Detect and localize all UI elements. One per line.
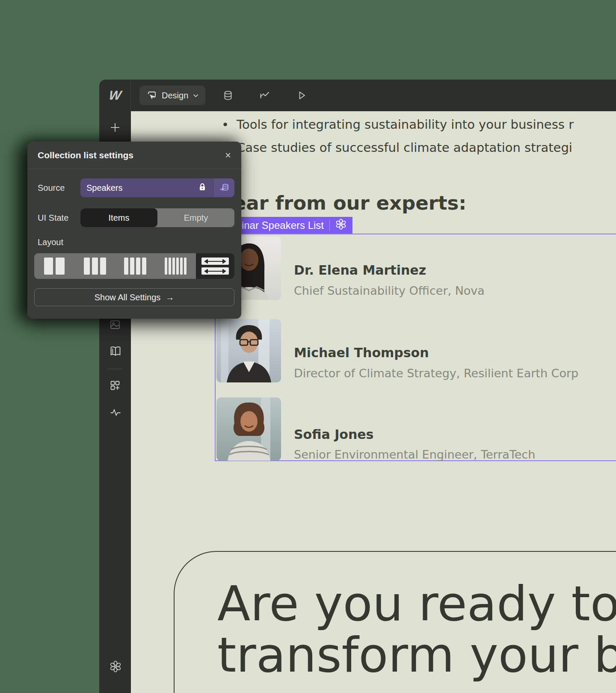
speaker-role: Chief Sustainability Officer, Nova [294,284,485,297]
source-value: Speakers [86,183,193,193]
cms-database-icon[interactable] [222,90,234,101]
cta-heading: Are you ready to transform your b [217,578,616,681]
speaker-role: Director of Climate Strategy, Resilient … [294,367,578,380]
layout-option-4-columns[interactable] [115,253,156,279]
collection-list-settings-panel: Collection list settings × Source Speake… [27,142,241,319]
bullet-text: Case studies of successful climate adapt… [237,140,572,155]
arrow-right-icon: → [166,293,174,302]
panel-title: Collection list settings [38,150,133,160]
rows-layout-icon [201,258,229,275]
experts-heading: Hear from our experts: [217,192,466,214]
select-cursor-icon [146,90,157,101]
speaker-name: Sofia Jones [294,427,373,442]
layout-option-rows[interactable] [196,253,234,279]
tag-divider [329,220,330,231]
speaker-photo [216,319,281,382]
ui-state-items-tab[interactable]: Items [80,208,157,227]
chevron-down-icon [192,92,198,98]
go-to-collection-button[interactable] [213,178,234,197]
source-value-field[interactable]: Speakers [80,178,213,197]
cta-heading-line2: transform your b [217,630,616,681]
source-field[interactable]: Speakers [80,178,234,197]
audit-chart-icon[interactable] [259,90,270,101]
list-item: • Tools for integrating sustainability i… [222,117,574,132]
ui-state-row: UI State Items Empty [27,208,241,227]
bullet-icon: • [222,117,229,132]
layout-label: Layout [27,237,241,247]
ui-state-segmented-control: Items Empty [80,208,234,227]
speaker-name: Michael Thompson [294,345,429,360]
ui-state-empty-tab[interactable]: Empty [157,208,234,227]
components-grid-icon[interactable] [110,380,121,391]
source-row: Source Speakers [27,178,241,197]
settings-gear-icon[interactable] [110,660,121,672]
cta-heading-line1: Are you ready to [217,578,616,630]
element-settings-gear-icon[interactable] [335,219,346,232]
show-all-settings-label: Show All Settings [95,293,161,302]
layout-option-6-columns[interactable] [156,253,196,279]
speaker-role: Senior Environmental Engineer, TerraTech [294,448,535,461]
source-label: Source [38,183,80,193]
add-elements-icon[interactable] [110,122,121,133]
list-item: • Case studies of successful climate ada… [222,140,572,155]
speaker-photo [216,397,281,461]
layout-option-3-columns[interactable] [75,253,116,279]
bullet-text: Tools for integrating sustainability int… [237,117,574,132]
preview-play-icon[interactable] [296,90,307,101]
show-all-settings-button[interactable]: Show All Settings → [34,288,234,306]
webflow-logo[interactable]: W [99,80,131,111]
ui-state-label: UI State [38,213,80,223]
sidebar-divider [107,369,123,369]
webinar-speakers-collection-list[interactable]: Dr. Elena Martinez Chief Sustainability … [215,234,616,461]
layout-option-2-columns[interactable] [34,253,75,279]
assets-image-icon[interactable] [110,319,121,330]
speaker-name: Dr. Elena Martinez [294,263,426,278]
screen: • Tools for integrating sustainability i… [0,0,616,693]
interactions-pulse-icon[interactable] [110,407,121,418]
design-mode-label: Design [162,91,188,101]
layout-options [34,253,234,279]
design-mode-button[interactable]: Design [139,86,205,105]
pages-book-icon[interactable] [110,346,121,357]
lock-icon [198,182,207,194]
top-toolbar: W Design [99,80,616,111]
panel-header: Collection list settings × [27,142,241,169]
close-icon[interactable]: × [225,150,231,160]
